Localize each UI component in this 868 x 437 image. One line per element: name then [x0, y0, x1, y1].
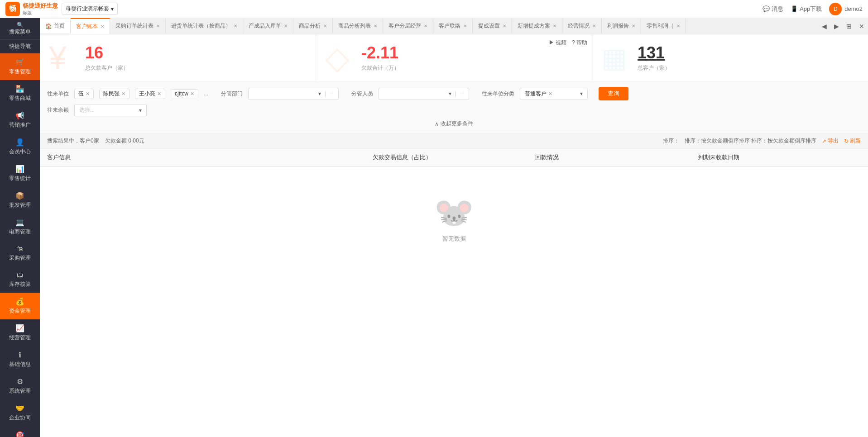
sidebar-item-system[interactable]: ⚙ 系统管理 — [0, 373, 40, 399]
content-area: 🏠 首页 客户账本 ✕ 采购订单统计表 ✕ 进货单统计表（按商品） ✕ 产成品入… — [40, 18, 868, 437]
logo-area: 畅 畅捷通好生意 标版 — [5, 2, 58, 16]
sidebar-item-purchase[interactable]: 🛍 采购管理 — [0, 240, 40, 266]
filter-area: 往来单位 伍 ✕ 陈民强 ✕ 王小亮 ✕ cjttcw — [40, 81, 868, 133]
tab-profit-report[interactable]: 利润报告 ✕ — [602, 19, 641, 33]
ecommerce-icon: 💻 — [15, 218, 24, 227]
stat-card-total-customers: ▦ 131 总客户（家） — [592, 34, 868, 81]
avatar: D — [829, 3, 842, 15]
tab-product-analysis-list[interactable]: 商品分析列表 ✕ — [333, 19, 383, 33]
tab-retail-profit[interactable]: 零售利润（ ✕ — [641, 19, 686, 33]
sidebar-quick-nav[interactable]: 快捷导航 — [0, 40, 40, 53]
tab-close-accounts[interactable]: ✕ — [101, 24, 104, 29]
filter-tag-wang: 王小亮 ✕ — [135, 89, 165, 99]
tab-close-product-inbound[interactable]: ✕ — [284, 24, 288, 28]
sidebar-item-inventory[interactable]: 🗂 库存核算 — [0, 266, 40, 293]
sidebar-search[interactable]: 🔍 搜索菜单 — [0, 18, 40, 40]
stat-label-3: 总客户（家） — [638, 64, 670, 72]
refresh-btn[interactable]: ↻ 刷新 — [844, 137, 861, 145]
remove-tag-chen[interactable]: ✕ — [121, 91, 125, 97]
stat-bg-icon-1: ¥ — [49, 40, 67, 76]
sidebar-item-member-center[interactable]: 👤 会员中心 — [0, 133, 40, 160]
top-bar: 畅 畅捷通好生意 标版 母婴行业演示帐套 ▾ 💬 消息 📱 App下载 D de… — [0, 0, 868, 18]
tab-accounts[interactable]: 客户账本 ✕ — [71, 18, 110, 34]
inventory-icon: 🗂 — [16, 271, 24, 279]
tab-close-business-status[interactable]: ✕ — [592, 24, 596, 28]
tab-close-purchase-stats[interactable]: ✕ — [234, 24, 237, 28]
tab-scroll-right[interactable]: ▶ — [830, 21, 843, 32]
tab-close-customer-segments[interactable]: ✕ — [424, 24, 427, 28]
filter-more-tags[interactable]: ... — [204, 90, 208, 97]
export-btn[interactable]: ↗ 导出 — [822, 137, 839, 145]
main-layout: 🔍 搜索菜单 快捷导航 🛒 零售管理 🏪 零售商城 📢 营销推广 👤 会员中心 … — [0, 18, 868, 437]
tab-more[interactable]: ⊞ — [843, 21, 855, 32]
tab-close-new-promote[interactable]: ✕ — [553, 24, 556, 28]
sidebar-item-retail-mgmt[interactable]: 🛒 零售管理 — [0, 53, 40, 80]
filter-category-select[interactable]: 普通客户 ✕ ▾ — [520, 88, 588, 100]
table-header: 客户信息 欠款交易信息（占比） 回款情况 到期未收款日期 — [40, 149, 868, 167]
sidebar-item-ecommerce[interactable]: 💻 电商管理 — [0, 214, 40, 240]
logo-icon: 畅 — [5, 2, 20, 16]
query-button[interactable]: 查询 — [599, 87, 628, 100]
remove-tag-cjttcw[interactable]: ✕ — [190, 91, 194, 97]
tab-promote-settings[interactable]: 提成设置 ✕ — [473, 19, 512, 33]
stat-card-total-debt-customers: ¥ 16 总欠款客户（家） — [40, 34, 316, 81]
help-btn[interactable]: ? 帮助 — [572, 39, 587, 47]
tab-nav-buttons: ◀ ▶ ⊞ ✕ — [818, 21, 868, 32]
clear-dept[interactable]: ··· — [330, 91, 334, 96]
tab-new-promote[interactable]: 新增提成方案 ✕ — [512, 19, 562, 33]
remove-tag-wang[interactable]: ✕ — [157, 91, 161, 97]
tab-customer-connect[interactable]: 客户联络 ✕ — [433, 19, 473, 33]
tab-scroll-left[interactable]: ◀ — [818, 21, 830, 32]
new-guide-icon: 🎯 — [15, 431, 24, 437]
filter-dept-select[interactable]: ▾ | ··· — [248, 88, 339, 100]
retail-stats-icon: 📊 — [15, 165, 24, 173]
tab-close-customer-connect[interactable]: ✕ — [463, 24, 467, 28]
finance-icon: 💰 — [15, 297, 24, 306]
filter-row-2: 往来余额 选择... ▾ — [47, 104, 861, 116]
tab-close-product-analysis[interactable]: ✕ — [323, 24, 327, 28]
filter-tag-ordinary: 普通客户 ✕ — [525, 90, 552, 98]
message-btn[interactable]: 💬 消息 — [762, 5, 783, 13]
video-help-btn[interactable]: ▶ 视频 — [549, 39, 566, 47]
sidebar-item-marketing[interactable]: 📢 营销推广 — [0, 107, 40, 133]
tab-close-retail-profit[interactable]: ✕ — [676, 24, 680, 28]
tab-close-purchase-orders[interactable]: ✕ — [156, 24, 160, 28]
export-icon: ↗ — [822, 138, 826, 144]
sidebar-item-basic-info[interactable]: ℹ 基础信息 — [0, 346, 40, 373]
tab-close-promote-settings[interactable]: ✕ — [503, 24, 506, 28]
sidebar: 🔍 搜索菜单 快捷导航 🛒 零售管理 🏪 零售商城 📢 营销推广 👤 会员中心 … — [0, 18, 40, 437]
stat-value-2: -2.11 — [361, 43, 399, 62]
stat-label-1: 总欠款客户（家） — [85, 64, 129, 72]
chevron-down-balance: ▾ — [139, 107, 142, 114]
tab-customer-segments[interactable]: 客户分层经营 ✕ — [383, 19, 433, 33]
remove-tag-wu[interactable]: ✕ — [86, 91, 90, 97]
tab-home[interactable]: 🏠 首页 — [40, 19, 71, 33]
tab-purchase-orders[interactable]: 采购订单统计表 ✕ — [110, 19, 166, 33]
clear-person[interactable]: ··· — [460, 91, 464, 96]
sidebar-item-new-guide[interactable]: 🎯 新手引导 — [0, 426, 40, 437]
tab-purchase-stats[interactable]: 进货单统计表（按商品） ✕ — [166, 19, 243, 33]
filter-balance-select[interactable]: 选择... ▾ — [74, 104, 147, 116]
chevron-down-person: ▾ — [449, 90, 451, 97]
home-icon: 🏠 — [45, 23, 52, 29]
company-selector[interactable]: 母婴行业演示帐套 ▾ — [62, 3, 118, 15]
tab-close-product-analysis-list[interactable]: ✕ — [374, 24, 377, 28]
sidebar-item-enterprise-coop[interactable]: 🤝 企业协同 — [0, 399, 40, 426]
tab-close-all[interactable]: ✕ — [855, 21, 868, 32]
collapse-btn[interactable]: ∧ 收起更多条件 — [435, 120, 473, 128]
sidebar-item-wholesale[interactable]: 📦 批发管理 — [0, 187, 40, 214]
app-download-btn[interactable]: 📱 App下载 — [791, 5, 822, 13]
sidebar-item-retail-mall[interactable]: 🏪 零售商城 — [0, 80, 40, 107]
tab-close-profit-report[interactable]: ✕ — [632, 24, 635, 28]
filter-person-select[interactable]: ▾ | ··· — [379, 88, 469, 100]
remove-tag-ordinary[interactable]: ✕ — [548, 91, 552, 97]
tab-product-analysis[interactable]: 商品分析 ✕ — [293, 19, 333, 33]
sidebar-item-operations[interactable]: 📈 经营管理 — [0, 319, 40, 346]
sidebar-item-retail-stats[interactable]: 📊 零售统计 — [0, 160, 40, 187]
top-bar-right: 💬 消息 📱 App下载 D demo2 — [762, 3, 863, 15]
tab-business-status[interactable]: 经营情况 ✕ — [562, 19, 602, 33]
tab-product-inbound[interactable]: 产成品入库单 ✕ — [243, 19, 293, 33]
user-profile[interactable]: D demo2 — [829, 3, 863, 15]
stat-bg-icon-3: ▦ — [601, 42, 627, 74]
sidebar-item-finance[interactable]: 💰 资金管理 — [0, 293, 40, 319]
